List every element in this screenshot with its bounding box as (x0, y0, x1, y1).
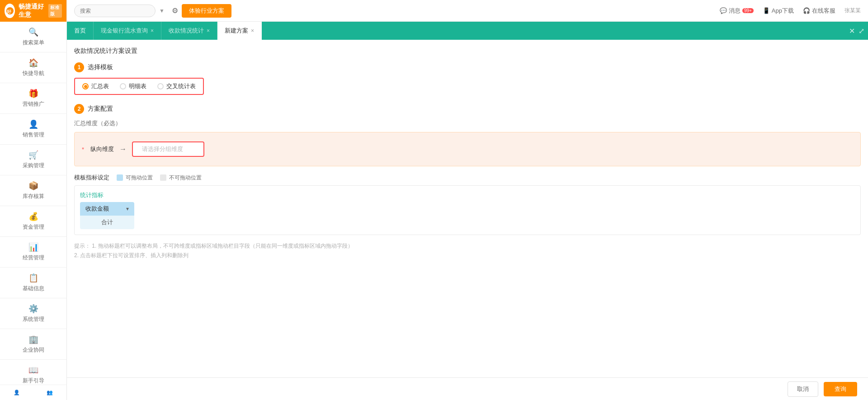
search-input[interactable] (74, 5, 156, 17)
tab-bank-close-icon[interactable]: × (151, 28, 154, 34)
tab-new-plan-label: 新建方案 (225, 27, 248, 35)
book-icon: 📖 (28, 365, 38, 375)
draggable-legend-box (117, 174, 123, 181)
indicator-section: 统计指标 收款金额 ▾ 合计 (74, 185, 861, 235)
sidebar-item-basic[interactable]: 📋 基础信息 (0, 268, 66, 298)
service-label: 在线客服 (812, 7, 835, 15)
message-item[interactable]: 💬 消息 99+ (720, 7, 754, 15)
tab-collection[interactable]: 收款情况统计 × (161, 22, 217, 40)
page-title: 收款情况统计方案设置 (74, 47, 861, 55)
tabbar-expand-btn[interactable]: ⤢ (859, 27, 864, 35)
sidebar-bottom-user2[interactable]: 👥 (47, 390, 53, 395)
sidebar-label-sales: 销售管理 (23, 131, 44, 139)
step2-section: 2 方案配置 汇总维度（必选） * 纵向维度 → 请选择分组维度 (74, 104, 861, 259)
sidebar-item-enterprise[interactable]: 🏢 企业协同 (0, 329, 66, 360)
metric-name: 收款金额 (85, 205, 109, 213)
topbar-right: 💬 消息 99+ 📱 App下载 🎧 在线客服 张某某 (720, 7, 861, 15)
config-section: 汇总维度（必选） * 纵向维度 → 请选择分组维度 模板指标设定 (74, 119, 861, 259)
sidebar-label-basic: 基础信息 (23, 285, 44, 292)
sidebar-label-inventory: 库存核算 (23, 193, 44, 200)
cancel-button[interactable]: 取消 (788, 381, 818, 397)
tab-home[interactable]: 首页 (67, 22, 94, 40)
metric-header[interactable]: 收款金额 ▾ (80, 202, 134, 216)
sidebar-item-business[interactable]: 📊 经营管理 (0, 237, 66, 268)
service-item[interactable]: 🎧 在线客服 (803, 7, 835, 15)
vertical-dimension-row: * 纵向维度 → 请选择分组维度 (82, 141, 853, 157)
topbar-left: ▼ ⚙ 体验行业方案 (74, 4, 231, 18)
sidebar-item-quick-nav[interactable]: 🏠 快捷导航 (0, 52, 66, 83)
message-label: 消息 (729, 7, 741, 15)
metric-dropdown-icon[interactable]: ▾ (126, 206, 129, 212)
chart-icon: 📊 (28, 242, 38, 252)
download-label: App下载 (772, 7, 794, 15)
main-area: ▼ ⚙ 体验行业方案 💬 消息 99+ 📱 App下载 🎧 在线客服 张某某 首… (67, 0, 868, 400)
sidebar-item-purchase[interactable]: 🛒 采购管理 (0, 145, 66, 175)
sidebar-label-guide: 新手引导 (23, 377, 44, 385)
step2-header: 2 方案配置 (74, 104, 861, 114)
sidebar-item-inventory[interactable]: 📦 库存核算 (0, 175, 66, 206)
radio-detail[interactable]: 明细表 (120, 82, 146, 90)
radio-summary[interactable]: 汇总表 (82, 82, 109, 90)
cart-icon: 🛒 (28, 150, 38, 160)
tab-collection-label: 收款情况统计 (169, 27, 204, 35)
legend-draggable: 可拖动位置 (117, 174, 153, 182)
topbar-search-wrap (74, 5, 156, 17)
industry-btn[interactable]: 体验行业方案 (182, 4, 231, 18)
sidebar-item-guide[interactable]: 📖 新手引导 (0, 360, 66, 385)
sidebar-label-finance: 资金管理 (23, 223, 44, 231)
radio-detail-dot (120, 83, 126, 89)
tab-collection-close-icon[interactable]: × (207, 28, 210, 34)
dim-arrow-icon: → (119, 145, 127, 153)
tab-new-plan[interactable]: 新建方案 × (217, 22, 262, 40)
dim-row-label: 纵向维度 (90, 145, 114, 153)
fixed-legend-box (160, 174, 166, 181)
sidebar-label-system: 系统管理 (23, 315, 44, 323)
template-radio-group: 汇总表 明细表 交叉统计表 (74, 78, 204, 95)
logo-tag: 标准版 (48, 4, 62, 18)
sidebar-item-marketing[interactable]: 🎁 营销推广 (0, 83, 66, 114)
sidebar-item-finance[interactable]: 💰 资金管理 (0, 206, 66, 237)
tabbar-right: ✕ ⤢ (849, 22, 868, 40)
dimension-select[interactable]: 请选择分组维度 (132, 141, 204, 157)
step1-section: 1 选择模板 汇总表 明细表 交叉统计表 (74, 62, 861, 95)
query-button[interactable]: 查询 (824, 382, 857, 396)
sidebar-nav: 🔍 搜索菜单 🏠 快捷导航 🎁 营销推广 👤 销售管理 🛒 采购管理 📦 库存核… (0, 22, 66, 385)
sidebar-label-marketing: 营销推广 (23, 100, 44, 108)
download-item[interactable]: 📱 App下载 (763, 7, 794, 15)
step2-title: 方案配置 (88, 105, 113, 113)
sidebar-logo: 好 畅捷通好生意 标准版 (0, 0, 66, 22)
tabbar-close-btn[interactable]: ✕ (849, 27, 855, 35)
radio-cross-label: 交叉统计表 (166, 82, 196, 90)
radio-detail-label: 明细表 (129, 82, 146, 90)
gift-icon: 🎁 (28, 89, 38, 99)
topbar-gear-icon[interactable]: ⚙ (172, 6, 178, 15)
logo-text: 畅捷通好生意 (19, 3, 47, 19)
sidebar-bottom: 👤 👥 (0, 385, 66, 400)
svg-text:好: 好 (6, 9, 12, 14)
metric-group-payment: 收款金额 ▾ 合计 (80, 202, 134, 229)
content-inner: 收款情况统计方案设置 1 选择模板 汇总表 明细表 (67, 40, 868, 377)
dimension-area: * 纵向维度 → 请选择分组维度 (74, 132, 861, 166)
legend-draggable-label: 可拖动位置 (126, 174, 153, 182)
sidebar-label-purchase: 采购管理 (23, 162, 44, 169)
dimension-title: 汇总维度（必选） (74, 119, 861, 127)
sidebar-label-business: 经营管理 (23, 254, 44, 262)
radio-summary-label: 汇总表 (91, 82, 109, 90)
sidebar-item-sales[interactable]: 👤 销售管理 (0, 114, 66, 145)
tips-area: 提示： 1. 拖动标题栏可以调整布局，不可跨维度或指标区域拖动栏目字段（只能在同… (74, 242, 861, 259)
step1-header: 1 选择模板 (74, 62, 861, 72)
sidebar-bottom-user1[interactable]: 👤 (14, 390, 20, 395)
sidebar-item-system[interactable]: ⚙️ 系统管理 (0, 298, 66, 329)
legend-fixed-label: 不可拖动位置 (169, 174, 202, 182)
user-text: 张某某 (844, 7, 861, 14)
indicator-label: 统计指标 (80, 191, 855, 199)
tab-new-plan-close-icon[interactable]: × (251, 28, 254, 34)
tab-bank[interactable]: 现金银行流水查询 × (94, 22, 161, 40)
sidebar: 好 畅捷通好生意 标准版 🔍 搜索菜单 🏠 快捷导航 🎁 营销推广 👤 销售管理… (0, 0, 67, 400)
radio-cross[interactable]: 交叉统计表 (157, 82, 196, 90)
topbar: ▼ ⚙ 体验行业方案 💬 消息 99+ 📱 App下载 🎧 在线客服 张某某 (67, 0, 868, 22)
search-icon: 🔍 (28, 27, 38, 37)
topbar-arrow-icon[interactable]: ▼ (159, 8, 165, 14)
sidebar-item-search[interactable]: 🔍 搜索菜单 (0, 22, 66, 52)
required-mark: * (82, 146, 84, 153)
